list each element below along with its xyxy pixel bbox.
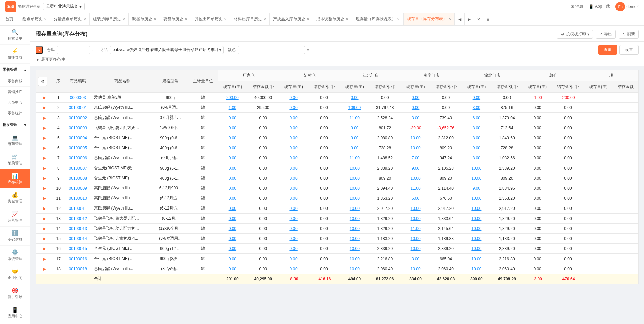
cell-code: 00100004 (64, 133, 92, 143)
sidebar-item-retail-stats[interactable]: 零售统计 (0, 108, 30, 119)
app-download-btn[interactable]: 📱 App下载 (589, 4, 610, 9)
sidebar-item-finance[interactable]: 💰 资金管理 (0, 188, 30, 207)
cell-unit: 罐 (187, 93, 218, 103)
cell-no: 7 (53, 153, 64, 163)
collapse-btn[interactable]: › (36, 46, 43, 54)
sidebar-item-member[interactable]: 会员中心 (0, 97, 30, 108)
cell-expand[interactable]: ▶ (36, 143, 53, 153)
chevron-down-icon2: ▾ (307, 48, 309, 52)
sum-ext-qty (584, 274, 613, 284)
tab-close-9[interactable]: ✕ (346, 17, 348, 21)
tab-expand-btn[interactable]: ⊞ (483, 13, 492, 25)
cell-unit: 罐 (187, 244, 218, 254)
cell-jiangbei-amt: 2,094.40 (369, 183, 401, 193)
warehouse-picker-btn[interactable]: ··· (92, 48, 96, 52)
sum-jiangbei-qty: 494.00 (340, 274, 369, 284)
tab-close-2[interactable]: ✕ (83, 17, 86, 21)
sidebar-item-purchase[interactable]: 🛒 采购管理 (0, 150, 30, 169)
sidebar-item-marketing[interactable]: 营销推广 (0, 87, 30, 97)
sidebar-item-wechat[interactable]: 💬 企业微信 (0, 322, 30, 324)
sidebar-item-search[interactable]: 🔍 搜索英单 (0, 26, 30, 45)
cell-expand[interactable]: ▶ (36, 113, 53, 123)
tab-close-all-btn[interactable]: ✕ (474, 13, 483, 25)
tab-item-5[interactable]: 要货单历史 ✕ (160, 13, 191, 25)
cell-total-amt: 0.00 (552, 193, 584, 203)
cell-expand[interactable]: ▶ (36, 133, 53, 143)
export-btn[interactable]: ↗ 导出 (596, 30, 616, 39)
cell-expand[interactable]: ▶ (36, 123, 53, 133)
tab-close-8[interactable]: ✕ (307, 17, 309, 21)
tab-close-5[interactable]: ✕ (185, 17, 187, 21)
sidebar-item-system[interactable]: ⚙️ 系统管理 (0, 246, 30, 265)
sidebar-item-appcenter[interactable]: 📱 应用中心 (0, 303, 30, 322)
tab-close-1[interactable]: ✕ (44, 17, 47, 21)
cell-expand[interactable]: ▶ (36, 244, 53, 254)
tab-item-2[interactable]: 分量盘点单历史 ✕ (50, 13, 90, 25)
tab-item-8[interactable]: 产成品入库单历史 ✕ (270, 13, 313, 25)
tab-home[interactable]: 首页 (0, 13, 19, 25)
sidebar-group-wholesale[interactable]: 批发管理 ▼ (0, 119, 30, 131)
cell-expand[interactable]: ▶ (36, 203, 53, 214)
tab-item-9[interactable]: 成本调整单历史 ✕ (313, 13, 352, 25)
sidebar-item-ecommerce[interactable]: 💻 电商管理 (0, 131, 30, 150)
sidebar-item-nav[interactable]: ⚡ 快捷导航 (0, 45, 30, 64)
sidebar-item-business[interactable]: 📈 经营管理 (0, 207, 30, 227)
cell-expand[interactable]: ▶ (36, 93, 53, 103)
cell-expand[interactable]: ▶ (36, 264, 53, 274)
sum-yubei-qty: 390.00 (462, 274, 491, 284)
tab-item-4[interactable]: 调拨单历史 ✕ (129, 13, 160, 25)
tab-close-3[interactable]: ✕ (122, 17, 125, 21)
sidebar-item-guide[interactable]: 🎯 新手引导 (0, 284, 30, 303)
cell-total-qty: 0.00 (523, 214, 552, 224)
goods-filter: 商品 (100, 46, 224, 54)
sidebar-item-basics[interactable]: ℹ️ 基础信息 (0, 227, 30, 246)
sidebar-group-retail[interactable]: 零售管理 ▲ (0, 64, 30, 76)
cell-expand[interactable]: ▶ (36, 183, 53, 193)
tab-item-1[interactable]: 盘点单历史 ✕ (19, 13, 50, 25)
tab-close-6[interactable]: ✕ (224, 17, 227, 21)
cell-spec: (12-36个月... (153, 224, 187, 234)
cell-expand[interactable]: ▶ (36, 193, 53, 203)
cell-ext-amt (613, 214, 639, 224)
tab-item-10[interactable]: 现存量（库存状况表） ✕ (352, 13, 404, 25)
cell-expand[interactable]: ▶ (36, 254, 53, 264)
sidebar-item-shop[interactable]: 零售商城 (0, 76, 30, 87)
cell-expand[interactable]: ▶ (36, 103, 53, 113)
settings-icon[interactable]: ⚙ (38, 77, 47, 86)
cell-code: 00100014 (64, 234, 92, 244)
tab-close-4[interactable]: ✕ (154, 17, 156, 21)
refresh-btn[interactable]: ↻ 刷新 (619, 30, 639, 39)
query-btn[interactable]: 查询 (598, 45, 617, 55)
cell-nanan-qty: 3.00 (401, 113, 430, 123)
cell-name: 飞鹤星飞帆 婴儿配方奶... (92, 123, 153, 133)
topbar-right: ✉ 消息 📱 App下载 Ea demo2 (571, 2, 639, 11)
print-btn[interactable]: 🖨 按模板打印 ▾ (557, 30, 593, 39)
industry-select[interactable]: 母婴行业演示陈套 ▾ (43, 3, 85, 10)
cell-expand[interactable]: ▶ (36, 234, 53, 244)
cell-factory-amt: 0.00 (247, 143, 279, 153)
sidebar-item-inventory[interactable]: 📊 库存核算 (0, 169, 30, 188)
warehouse-input[interactable] (57, 46, 90, 54)
tab-close-11[interactable]: ✕ (448, 17, 451, 21)
goods-input[interactable] (110, 46, 224, 54)
expand-more-btn[interactable]: ▼ 展开更多条件 (36, 57, 639, 62)
tab-item-7[interactable]: 材料出库单历史 ✕ (230, 13, 270, 25)
cell-expand[interactable]: ▶ (36, 214, 53, 224)
tab-prev-btn[interactable]: ◀ (455, 13, 464, 25)
set-btn[interactable]: 设置 (619, 45, 639, 55)
message-btn[interactable]: ✉ 消息 (571, 4, 583, 9)
user-area[interactable]: Ea demo2 (615, 2, 639, 11)
tab-close-7[interactable]: ✕ (263, 17, 266, 21)
tab-close-10[interactable]: ✕ (397, 17, 400, 21)
sidebar-item-collab[interactable]: 🤝 企业协同 (0, 265, 30, 284)
color-input[interactable] (238, 46, 305, 54)
tab-item-11[interactable]: 现存量（库存分布表） ✕ (404, 13, 455, 25)
tab-item-6[interactable]: 其他出库单历史 ✕ (191, 13, 230, 25)
cell-expand[interactable]: ▶ (36, 173, 53, 183)
tab-next-btn[interactable]: ▶ (464, 13, 474, 25)
cell-factory-amt: 0.00 (247, 153, 279, 163)
tab-item-3[interactable]: 组装拆卸单历史 ✕ (90, 13, 129, 25)
cell-expand[interactable]: ▶ (36, 163, 53, 173)
cell-expand[interactable]: ▶ (36, 153, 53, 163)
cell-expand[interactable]: ▶ (36, 224, 53, 234)
